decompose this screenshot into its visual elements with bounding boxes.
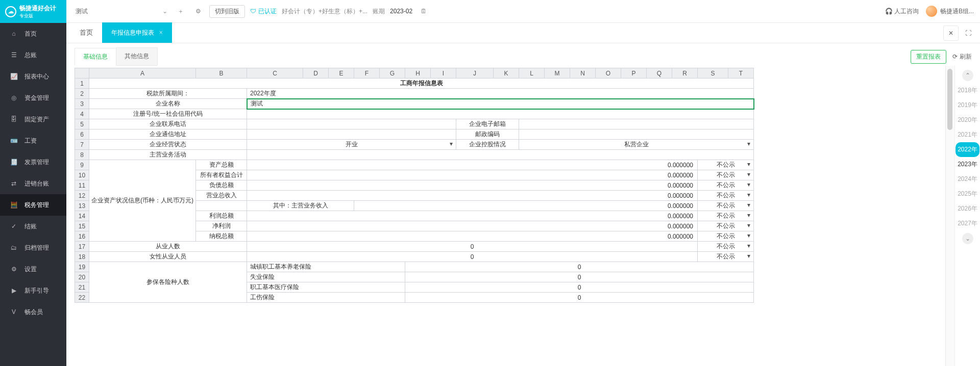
sidebar-item-chart[interactable]: 📈报表中心 bbox=[0, 66, 66, 87]
metric-value-3[interactable]: 0.000000 bbox=[247, 191, 698, 201]
tab-annual-report[interactable]: 年报信息申报表 × bbox=[102, 22, 172, 43]
add-company-button[interactable]: ＋ bbox=[175, 5, 187, 17]
reset-button[interactable]: 重置报表 bbox=[911, 50, 946, 64]
status-select[interactable]: 开业 bbox=[247, 140, 456, 150]
sidebar-item-label: 税务管理 bbox=[24, 201, 49, 210]
period-calendar-icon[interactable]: 🗓 bbox=[418, 5, 430, 17]
sidebar-item-stock[interactable]: ⇄进销台账 bbox=[0, 173, 66, 194]
sidebar-item-guide[interactable]: ▶新手引导 bbox=[0, 280, 66, 301]
sidebar-item-archive[interactable]: 🗂归档管理 bbox=[0, 237, 66, 258]
sidebar-item-vip[interactable]: V畅会员 bbox=[0, 301, 66, 323]
user-menu[interactable]: 畅捷通B组... bbox=[926, 6, 974, 17]
col-R: R bbox=[672, 68, 698, 79]
period-value[interactable]: 2023-02 bbox=[390, 8, 412, 15]
addr-cell[interactable] bbox=[247, 129, 456, 140]
close-all-button[interactable]: ✕ bbox=[943, 25, 959, 41]
metric-pub-5[interactable]: 不公示 bbox=[698, 211, 754, 221]
sidebar-item-settings[interactable]: ⚙设置 bbox=[0, 258, 66, 280]
email-cell[interactable] bbox=[519, 119, 754, 129]
emp-value[interactable]: 0 bbox=[247, 242, 698, 252]
expand-icon[interactable]: ⛶ bbox=[961, 25, 976, 41]
brand-name: 畅捷通好会计 bbox=[19, 5, 56, 12]
year-2026年[interactable]: 2026年 bbox=[955, 201, 979, 216]
femp-pub[interactable]: 不公示 bbox=[698, 252, 754, 262]
phone-cell[interactable] bbox=[247, 119, 456, 129]
metric-label-2: 负债总额 bbox=[196, 180, 247, 191]
col-I: I bbox=[431, 68, 456, 79]
sidebar-item-asset[interactable]: 🗄固定资产 bbox=[0, 109, 66, 130]
metric-pub-3[interactable]: 不公示 bbox=[698, 191, 754, 201]
year-up-button[interactable]: ⌃ bbox=[962, 70, 973, 81]
year-2020年[interactable]: 2020年 bbox=[955, 113, 979, 127]
year-2023年[interactable]: 2023年 bbox=[955, 157, 979, 172]
ins-value-3[interactable]: 0 bbox=[405, 293, 754, 303]
page-tabs: 首页 年报信息申报表 × ✕ ⛶ bbox=[66, 23, 980, 43]
year-2024年[interactable]: 2024年 bbox=[955, 172, 979, 187]
sidebar-item-home[interactable]: ⌂首页 bbox=[0, 23, 66, 44]
company-select[interactable]: 测试 ⌄ bbox=[72, 4, 169, 18]
sidebar-item-ledger[interactable]: ☰总账 bbox=[0, 44, 66, 66]
metric-value-6[interactable]: 0.000000 bbox=[247, 221, 698, 231]
close-icon[interactable]: × bbox=[159, 29, 163, 36]
year-2021年[interactable]: 2021年 bbox=[955, 127, 979, 142]
col-B: B bbox=[196, 68, 247, 79]
switch-old-button[interactable]: 切到旧版 bbox=[209, 5, 245, 18]
spreadsheet[interactable]: ABCDEFGHIJKLMNOPQRST1工商年报信息表2税款所属期间：2022… bbox=[75, 68, 754, 303]
sidebar-item-fund[interactable]: ◎资金管理 bbox=[0, 87, 66, 109]
settings-icon[interactable]: ⚙ bbox=[192, 5, 204, 17]
sidebar: ☁ 畅捷通好会计 专业版 ⌂首页☰总账📈报表中心◎资金管理🗄固定资产🪪工资🧾发票… bbox=[0, 0, 66, 366]
company-name-cell[interactable]: 测试 bbox=[247, 99, 754, 109]
sheet-scroll[interactable]: ABCDEFGHIJKLMNOPQRST1工商年报信息表2税款所属期间：2022… bbox=[66, 66, 945, 366]
metric-value-2[interactable]: 0.000000 bbox=[247, 180, 698, 191]
metric-value-0[interactable]: 0.000000 bbox=[247, 160, 698, 170]
year-down-button[interactable]: ⌄ bbox=[962, 233, 973, 244]
metric-value-4[interactable]: 0.000000 bbox=[354, 201, 698, 211]
femp-value[interactable]: 0 bbox=[247, 252, 698, 262]
invoice-icon: 🧾 bbox=[9, 158, 18, 167]
col-C: C bbox=[247, 68, 303, 79]
year-2025年[interactable]: 2025年 bbox=[955, 187, 979, 201]
ins-value-2[interactable]: 0 bbox=[405, 282, 754, 293]
holding-select[interactable]: 私营企业 bbox=[519, 140, 754, 150]
metric-pub-7[interactable]: 不公示 bbox=[698, 231, 754, 242]
tab-home[interactable]: 首页 bbox=[70, 22, 102, 43]
nav: ⌂首页☰总账📈报表中心◎资金管理🗄固定资产🪪工资🧾发票管理⇄进销台账🧮税务管理✓… bbox=[0, 23, 66, 366]
sidebar-item-salary[interactable]: 🪪工资 bbox=[0, 130, 66, 151]
support-link[interactable]: 🎧 人工咨询 bbox=[885, 7, 919, 16]
metric-pub-1[interactable]: 不公示 bbox=[698, 170, 754, 180]
col-P: P bbox=[621, 68, 647, 79]
subtab-other[interactable]: 其他信息 bbox=[116, 47, 158, 65]
zip-cell[interactable] bbox=[519, 129, 754, 140]
company-name: 测试 bbox=[76, 7, 88, 16]
metric-pub-6[interactable]: 不公示 bbox=[698, 221, 754, 231]
mainbiz-cell[interactable] bbox=[247, 150, 754, 160]
refresh-button[interactable]: ⟳ 刷新 bbox=[952, 53, 972, 61]
ins-value-0[interactable]: 0 bbox=[405, 262, 754, 272]
ins-value-1[interactable]: 0 bbox=[405, 272, 754, 282]
scroll-thumb[interactable] bbox=[947, 69, 952, 130]
metric-value-7[interactable]: 0.000000 bbox=[247, 231, 698, 242]
emp-pub[interactable]: 不公示 bbox=[698, 242, 754, 252]
year-2018年[interactable]: 2018年 bbox=[955, 83, 979, 98]
year-2019年[interactable]: 2019年 bbox=[955, 98, 979, 113]
reg-no-cell[interactable] bbox=[247, 109, 754, 119]
metric-value-1[interactable]: 0.000000 bbox=[247, 170, 698, 180]
mainbiz-label: 主营业务活动 bbox=[89, 150, 247, 160]
sidebar-item-tax[interactable]: 🧮税务管理 bbox=[0, 194, 66, 216]
sidebar-item-label: 结账 bbox=[24, 222, 37, 231]
sidebar-item-close[interactable]: ✓结账 bbox=[0, 216, 66, 237]
year-2022年[interactable]: 2022年 bbox=[955, 142, 979, 157]
vertical-scrollbar[interactable] bbox=[945, 66, 954, 366]
metric-label-6: 净利润 bbox=[196, 221, 247, 231]
sidebar-item-invoice[interactable]: 🧾发票管理 bbox=[0, 151, 66, 173]
reg-no-label: 注册号/统一社会信用代码 bbox=[89, 109, 247, 119]
year-2027年[interactable]: 2027年 bbox=[955, 216, 979, 231]
metric-pub-2[interactable]: 不公示 bbox=[698, 180, 754, 191]
phone-label: 企业联系电话 bbox=[89, 119, 247, 129]
metric-pub-4[interactable]: 不公示 bbox=[698, 201, 754, 211]
metric-value-5[interactable]: 0.000000 bbox=[247, 211, 698, 221]
metric-pub-0[interactable]: 不公示 bbox=[698, 160, 754, 170]
col-G: G bbox=[380, 68, 405, 79]
subtab-basic[interactable]: 基础信息 bbox=[75, 48, 116, 66]
metric-label-4 bbox=[196, 201, 247, 211]
